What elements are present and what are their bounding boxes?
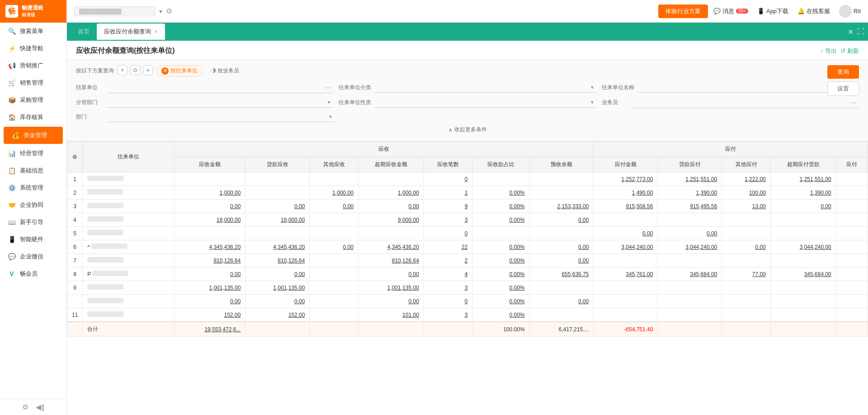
col-settings-header[interactable]: ⚙: [67, 142, 83, 172]
row-p_overdue-cell[interactable]: 3,044,240.00: [770, 240, 836, 254]
row-r_amount-cell[interactable]: 0.00: [174, 267, 245, 281]
dept-mgr-input[interactable]: ▾: [107, 97, 333, 108]
edit-scheme-button[interactable]: ⊙: [130, 65, 140, 75]
row-r_count-cell[interactable]: 9: [424, 200, 472, 213]
sidebar-item-sales[interactable]: 🛒 销售管理: [0, 74, 66, 91]
row-p_amount-cell[interactable]: 915,508.56: [594, 200, 658, 213]
row-p_other-cell[interactable]: 77.00: [722, 267, 771, 281]
settings-bottom-icon[interactable]: ⚙: [22, 403, 28, 411]
sidebar-item-enterprise[interactable]: 🤝 企业协同: [0, 196, 66, 214]
refresh-button[interactable]: ↺ 刷新: [840, 47, 859, 55]
settlement-unit-input[interactable]: ···: [107, 82, 333, 93]
row-r_prepay-cell[interactable]: 655,636.75: [529, 267, 594, 281]
row-r_overdue-cell[interactable]: 1,001,135.00: [358, 281, 424, 295]
unit-nature-input[interactable]: ▾: [375, 97, 596, 108]
row-p_other-cell[interactable]: 0.00: [722, 240, 771, 254]
row-p_amount-cell[interactable]: 345,761.00: [594, 267, 658, 281]
row-r_amount-cell[interactable]: 1,000.00: [174, 186, 245, 200]
row-r_count-cell[interactable]: 2: [424, 254, 472, 267]
row-r_count-cell[interactable]: 22: [424, 240, 472, 254]
row-r_overdue-cell[interactable]: 9,000.00: [358, 213, 424, 227]
row-p_other-cell[interactable]: 1,222.00: [722, 172, 771, 186]
sidebar-item-marketing[interactable]: 📢 营销推广: [0, 57, 66, 74]
row-r_loan-cell[interactable]: 152.00: [245, 308, 310, 322]
sidebar-item-vip[interactable]: V 畅会员: [0, 265, 66, 282]
sidebar-item-search[interactable]: 🔍 搜索菜单: [0, 23, 66, 40]
filter-collapse-btn[interactable]: ∧ 收起更多条件: [76, 124, 859, 135]
app-download-item[interactable]: 📱 App下载: [757, 7, 788, 15]
row-r_count-cell[interactable]: 0: [424, 227, 472, 240]
row-r_ratio-cell[interactable]: 0.00%: [472, 200, 529, 213]
row-r_prepay-cell[interactable]: 2,153,333.00: [529, 200, 594, 213]
row-r_ratio-cell[interactable]: 0.00%: [472, 240, 529, 254]
tab-home[interactable]: 首页: [71, 24, 97, 39]
row-r_prepay-cell[interactable]: 0.00: [529, 213, 594, 227]
row-r_overdue-cell[interactable]: 0.00: [358, 295, 424, 308]
sidebar-item-inventory[interactable]: 🏠 库存核算: [0, 109, 66, 126]
query-button[interactable]: 查询: [827, 65, 859, 79]
row-p_loan-cell[interactable]: 345,684.00: [658, 267, 722, 281]
row-r_overdue-cell[interactable]: 101.00: [358, 308, 424, 322]
trial-button[interactable]: 体验行业方案: [658, 5, 708, 18]
row-r_loan-cell[interactable]: 1,001,135.00: [245, 281, 310, 295]
add-scheme-button[interactable]: +: [118, 65, 127, 75]
collapse-icon[interactable]: ◀‖: [36, 403, 45, 411]
row-r_count-cell[interactable]: 3: [424, 308, 472, 322]
row-r_count-cell[interactable]: 3: [424, 281, 472, 295]
export-button[interactable]: ↑ 导出: [821, 47, 837, 55]
sidebar-item-shortcuts[interactable]: ⚡ 快捷导航: [0, 40, 66, 57]
row-r_ratio-cell[interactable]: 0.00%: [472, 267, 529, 281]
sidebar-item-guide[interactable]: 📖 新手引导: [0, 214, 66, 231]
row-r_loan-cell[interactable]: 810,126.64: [245, 254, 310, 267]
row-r_amount-cell[interactable]: 810,126.64: [174, 254, 245, 267]
tab-ar-ap[interactable]: 应收应付余额查询 ×: [97, 24, 165, 40]
row-p_loan-cell[interactable]: 915,495.56: [658, 200, 722, 213]
sidebar-item-system[interactable]: ⚙️ 系统管理: [0, 179, 66, 196]
row-r_other-cell[interactable]: 0.00: [310, 200, 359, 213]
tab-maximize-icon[interactable]: ⛶: [857, 28, 864, 36]
row-r_ratio-cell[interactable]: 0.00%: [472, 281, 529, 295]
row-r_count-cell[interactable]: 0: [424, 295, 472, 308]
row-r_amount-cell[interactable]: 0.00: [174, 295, 245, 308]
collapse-scheme-button[interactable]: «: [143, 65, 153, 75]
scheme-item-unit[interactable]: 单 按往来单位: [156, 65, 203, 76]
sidebar-item-purchase[interactable]: 📦 采购管理: [0, 91, 66, 109]
row-p_amount-cell[interactable]: 0.00: [594, 227, 658, 240]
sidebar-item-hardware[interactable]: 📱 智能硬件: [0, 231, 66, 248]
row-r_prepay-cell[interactable]: 0.00: [529, 295, 594, 308]
user-info[interactable]: Rit: [839, 5, 861, 18]
dept-input[interactable]: ▾: [107, 112, 335, 122]
row-p_amount-cell[interactable]: 1,252,773.00: [594, 172, 658, 186]
sidebar-item-wechat[interactable]: 💬 企业微信: [0, 248, 66, 265]
row-r_amount-cell[interactable]: 0.00: [174, 200, 245, 213]
row-r_other-cell[interactable]: 1,000.00: [310, 186, 359, 200]
row-r_amount-cell[interactable]: 1,001,135.00: [174, 281, 245, 295]
row-r_ratio-cell[interactable]: 0.00%: [472, 295, 529, 308]
row-p_loan-cell[interactable]: 1,390.00: [658, 186, 722, 200]
gear-icon[interactable]: ⚙: [166, 7, 172, 15]
settlement-unit-dots[interactable]: ···: [326, 84, 331, 91]
salesperson-dots[interactable]: ···: [851, 99, 856, 106]
row-p_other-cell[interactable]: 100.00: [722, 186, 771, 200]
row-r_loan-cell[interactable]: 4,345,436.20: [245, 240, 310, 254]
tab-close-window-icon[interactable]: ✕: [848, 28, 854, 36]
online-service-item[interactable]: 🔔 在线客服: [797, 7, 830, 15]
row-r_loan-cell[interactable]: 18,000.00: [245, 213, 310, 227]
row-r_overdue-cell[interactable]: 810,126.64: [358, 254, 424, 267]
row-r_amount-cell[interactable]: 152.00: [174, 308, 245, 322]
row-r_overdue-cell[interactable]: 0.00: [358, 200, 424, 213]
row-r_prepay-cell[interactable]: 0.00: [529, 240, 594, 254]
row-r_prepay-cell[interactable]: 0.00: [529, 254, 594, 267]
row-p_other-cell[interactable]: 13.00: [722, 200, 771, 213]
row-r_loan-cell[interactable]: 0.00: [245, 295, 310, 308]
row-r_count-cell[interactable]: 4: [424, 267, 472, 281]
row-r_overdue-cell[interactable]: 1,000.00: [358, 186, 424, 200]
row-r_count-cell[interactable]: 0: [424, 172, 472, 186]
row-p_amount-cell[interactable]: 3,044,240.00: [594, 240, 658, 254]
set-button[interactable]: 设置: [827, 81, 859, 96]
sidebar-item-basic-info[interactable]: 📋 基础信息: [0, 162, 66, 179]
row-r_amount-cell[interactable]: 4,345,436.20: [174, 240, 245, 254]
row-r_overdue-cell[interactable]: 4,345,436.20: [358, 240, 424, 254]
row-r_count-cell[interactable]: 3: [424, 213, 472, 227]
row-r_loan-cell[interactable]: 0.00: [245, 267, 310, 281]
